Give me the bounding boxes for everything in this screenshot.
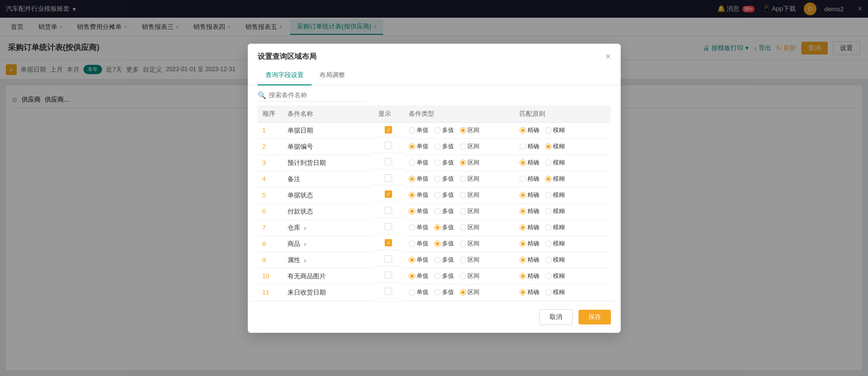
match-radio-模糊[interactable]: 模糊	[545, 142, 565, 151]
type-radio-区间[interactable]: 区间	[460, 175, 479, 183]
match-radio-精确[interactable]: 精确	[520, 272, 539, 280]
display-checkbox[interactable]	[385, 174, 392, 182]
match-radio-精确[interactable]: 精确	[520, 223, 539, 232]
radio-circle[interactable]	[460, 160, 466, 166]
radio-circle[interactable]	[409, 273, 415, 279]
display-checkbox[interactable]	[385, 288, 392, 295]
type-radio-多值[interactable]: 多值	[434, 191, 454, 199]
radio-circle[interactable]	[545, 241, 552, 247]
match-radio-精确[interactable]: 精确	[520, 126, 539, 134]
type-radio-区间[interactable]: 区间	[460, 142, 479, 151]
type-radio-区间[interactable]: 区间	[460, 126, 479, 134]
radio-circle[interactable]	[520, 143, 526, 150]
radio-circle[interactable]	[434, 176, 441, 182]
radio-circle[interactable]	[520, 257, 526, 263]
type-radio-区间[interactable]: 区间	[460, 207, 479, 215]
radio-circle[interactable]	[545, 208, 552, 215]
radio-circle[interactable]	[434, 257, 441, 263]
display-checkbox[interactable]	[385, 207, 392, 214]
type-radio-单值[interactable]: 单值	[409, 126, 428, 134]
radio-circle[interactable]	[434, 224, 441, 231]
radio-circle[interactable]	[520, 289, 526, 295]
radio-circle[interactable]	[434, 273, 441, 279]
radio-circle[interactable]	[460, 143, 466, 150]
match-radio-模糊[interactable]: 模糊	[545, 288, 565, 296]
radio-circle[interactable]	[460, 127, 466, 134]
radio-circle[interactable]	[409, 143, 415, 150]
radio-circle[interactable]	[409, 257, 415, 263]
match-radio-精确[interactable]: 精确	[520, 191, 539, 199]
radio-circle[interactable]	[460, 273, 466, 279]
search-input[interactable]	[269, 91, 357, 99]
modal-tab-query-fields[interactable]: 查询字段设置	[258, 68, 312, 85]
radio-circle[interactable]	[520, 160, 526, 166]
match-radio-模糊[interactable]: 模糊	[545, 272, 565, 280]
radio-circle[interactable]	[434, 127, 441, 134]
type-radio-单值[interactable]: 单值	[409, 175, 428, 183]
radio-circle[interactable]	[409, 127, 415, 134]
match-radio-精确[interactable]: 精确	[520, 159, 539, 167]
radio-circle[interactable]	[520, 176, 526, 182]
type-radio-单值[interactable]: 单值	[409, 240, 428, 248]
display-checkbox[interactable]	[385, 158, 392, 165]
type-radio-单值[interactable]: 单值	[409, 207, 428, 215]
type-radio-多值[interactable]: 多值	[434, 159, 454, 167]
radio-circle[interactable]	[545, 143, 552, 150]
radio-circle[interactable]	[545, 257, 552, 263]
type-radio-单值[interactable]: 单值	[409, 159, 428, 167]
display-checkbox[interactable]	[385, 271, 392, 279]
radio-circle[interactable]	[460, 241, 466, 247]
modal-overlay[interactable]: 设置查询区域布局 × 查询字段设置 布局调整 🔍 顺序	[0, 0, 868, 376]
type-radio-区间[interactable]: 区间	[460, 191, 479, 199]
match-radio-模糊[interactable]: 模糊	[545, 126, 565, 134]
display-checkbox[interactable]	[385, 255, 392, 263]
radio-circle[interactable]	[545, 192, 552, 198]
radio-circle[interactable]	[434, 241, 441, 247]
radio-circle[interactable]	[460, 176, 466, 182]
dropdown-arrow[interactable]: ∨	[303, 258, 307, 263]
match-radio-精确[interactable]: 精确	[520, 142, 539, 151]
radio-circle[interactable]	[545, 176, 552, 182]
display-checkbox[interactable]	[385, 142, 392, 149]
type-radio-单值[interactable]: 单值	[409, 223, 428, 232]
radio-circle[interactable]	[520, 273, 526, 279]
radio-circle[interactable]	[460, 208, 466, 215]
save-button[interactable]: 保存	[579, 310, 611, 324]
radio-circle[interactable]	[460, 224, 466, 231]
radio-circle[interactable]	[409, 160, 415, 166]
radio-circle[interactable]	[520, 208, 526, 215]
type-radio-单值[interactable]: 单值	[409, 256, 428, 264]
type-radio-单值[interactable]: 单值	[409, 272, 428, 280]
type-radio-区间[interactable]: 区间	[460, 288, 479, 296]
radio-circle[interactable]	[545, 160, 552, 166]
modal-tab-layout[interactable]: 布局调整	[312, 68, 353, 85]
display-checkbox[interactable]	[385, 223, 392, 230]
type-radio-多值[interactable]: 多值	[434, 207, 454, 215]
type-radio-多值[interactable]: 多值	[434, 175, 454, 183]
radio-circle[interactable]	[460, 289, 466, 295]
radio-circle[interactable]	[545, 273, 552, 279]
display-checkbox[interactable]	[385, 239, 392, 246]
match-radio-模糊[interactable]: 模糊	[545, 256, 565, 264]
radio-circle[interactable]	[409, 208, 415, 215]
match-radio-精确[interactable]: 精确	[520, 207, 539, 215]
radio-circle[interactable]	[520, 224, 526, 231]
match-radio-模糊[interactable]: 模糊	[545, 207, 565, 215]
radio-circle[interactable]	[409, 192, 415, 198]
match-radio-模糊[interactable]: 模糊	[545, 223, 565, 232]
type-radio-单值[interactable]: 单值	[409, 288, 428, 296]
match-radio-精确[interactable]: 精确	[520, 288, 539, 296]
radio-circle[interactable]	[434, 160, 441, 166]
display-checkbox[interactable]	[385, 190, 392, 198]
display-checkbox[interactable]	[385, 126, 392, 134]
type-radio-多值[interactable]: 多值	[434, 126, 454, 134]
match-radio-精确[interactable]: 精确	[520, 175, 539, 183]
radio-circle[interactable]	[409, 289, 415, 295]
radio-circle[interactable]	[409, 224, 415, 231]
type-radio-多值[interactable]: 多值	[434, 223, 454, 232]
type-radio-多值[interactable]: 多值	[434, 256, 454, 264]
radio-circle[interactable]	[460, 192, 466, 198]
type-radio-单值[interactable]: 单值	[409, 142, 428, 151]
radio-circle[interactable]	[434, 208, 441, 215]
radio-circle[interactable]	[520, 241, 526, 247]
